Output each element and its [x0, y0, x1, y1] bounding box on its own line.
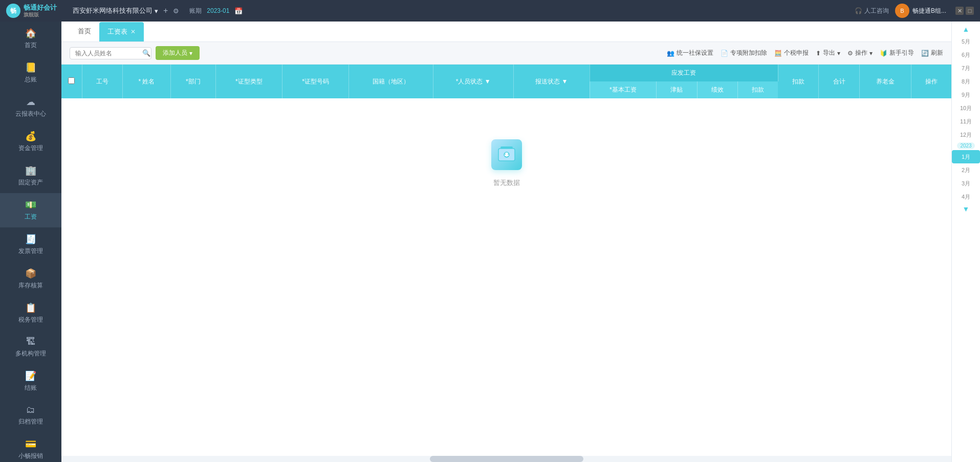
inventory-icon: 📦: [25, 268, 36, 279]
service-button[interactable]: 🎧 人工咨询: [855, 7, 889, 15]
scrollbar-thumb[interactable]: [430, 456, 583, 462]
closing-icon: 📝: [25, 370, 36, 382]
sidebar-item-fund[interactable]: 💰 资金管理: [0, 124, 61, 159]
year-down-btn[interactable]: ▼: [958, 203, 974, 215]
period-value[interactable]: 2023-01: [207, 7, 229, 14]
home-icon: 🏠: [25, 28, 36, 39]
tab-home[interactable]: 首页: [70, 22, 99, 41]
tab-home-label: 首页: [78, 27, 91, 36]
close-button[interactable]: ✕: [955, 7, 964, 15]
sidebar-label-invoice: 发票管理: [18, 247, 43, 256]
sidebar-item-expense[interactable]: 💳 小畅报销: [0, 432, 61, 462]
th-allowance: 津贴: [656, 81, 697, 98]
user-name: 畅捷通B组...: [912, 7, 946, 15]
th-staff-status[interactable]: *人员状态 ▼: [433, 65, 513, 98]
company-name: 西安虾米网络科技有限公司: [73, 6, 153, 15]
year-panel: ▲ 5月 6月 7月 8月 9月 10月 11月 12月 2023 1月 2月 …: [951, 22, 980, 462]
fund-icon: 💰: [25, 131, 36, 142]
th-performance: 绩效: [697, 81, 738, 98]
logo-icon: 畅: [6, 4, 20, 18]
archive-icon: 🗂: [26, 405, 35, 415]
header-right: 🎧 人工咨询 B 畅捷通B组... ✕ □: [855, 4, 974, 18]
avatar: B: [895, 4, 909, 18]
tab-bar: 首页 工资表 ✕: [61, 22, 951, 42]
select-all-checkbox[interactable]: [68, 77, 75, 84]
th-total: 合计: [819, 65, 860, 98]
month-7[interactable]: 7月: [952, 61, 980, 75]
cloud-icon: ☁: [26, 96, 35, 108]
user-info[interactable]: B 畅捷通B组...: [895, 4, 946, 18]
app-title: 畅通好会计: [24, 4, 57, 12]
sidebar-item-fixed-asset[interactable]: 🏢 固定资产: [0, 159, 61, 193]
guide-action-icon: 🔰: [880, 50, 887, 57]
month-9[interactable]: 9月: [952, 88, 980, 101]
fixed-asset-icon: 🏢: [25, 165, 36, 176]
tax-icon: 📋: [25, 302, 36, 313]
export-label: 导出: [823, 49, 835, 57]
svg-point-2: [504, 152, 509, 157]
guide-btn[interactable]: 🔰 新手引导: [880, 49, 914, 57]
invoice-icon: 🧾: [25, 234, 36, 245]
search-input[interactable]: [70, 47, 151, 59]
month-11[interactable]: 11月: [952, 115, 980, 128]
empty-state-row: 暂无数据: [61, 98, 951, 228]
th-checkbox[interactable]: [61, 65, 82, 98]
add-employee-button[interactable]: 添加人员 ▾: [156, 46, 200, 60]
logo-area: 畅 畅通好会计 旗舰版: [6, 4, 68, 18]
top-header: 畅 畅通好会计 旗舰版 西安虾米网络科技有限公司 ▾ + ⚙ 账期 2023-0…: [0, 0, 980, 22]
toolbar-actions: 👥 统一社保设置 📄 专项附加扣除 🧮 个税申报 ⬆ 导出 ▾: [667, 49, 943, 57]
empty-icon: [491, 139, 522, 170]
operation-icon: ⚙: [847, 50, 853, 57]
tab-close-icon[interactable]: ✕: [130, 28, 136, 35]
table-container: 工号 * 姓名 *部门 *证型类型 *证型号码 国籍（地区） *人员状态 ▼ 报…: [61, 65, 951, 456]
maximize-button[interactable]: □: [966, 7, 974, 15]
social-security-btn[interactable]: 👥 统一社保设置: [667, 49, 713, 57]
svg-point-4: [508, 154, 509, 155]
sidebar-item-closing[interactable]: 📝 结账: [0, 364, 61, 398]
individual-tax-btn[interactable]: 🧮 个税申报: [774, 49, 809, 57]
operation-btn[interactable]: ⚙ 操作 ▾: [847, 49, 873, 57]
sidebar-item-tax[interactable]: 📋 税务管理: [0, 296, 61, 330]
sidebar-item-invoice[interactable]: 🧾 发票管理: [0, 227, 61, 262]
month-2-2023[interactable]: 2月: [952, 163, 980, 177]
sidebar-item-salary[interactable]: 💵 工资: [0, 193, 61, 227]
main-content: 首页 工资表 ✕ 🔍 添加人员 ▾ 👥 统一社保设置: [61, 22, 951, 462]
month-6[interactable]: 6月: [952, 48, 980, 61]
sidebar-item-cloud-report[interactable]: ☁ 云报表中心: [0, 90, 61, 124]
settings-icon[interactable]: ⚙: [173, 7, 179, 15]
sidebar-label-multi-org: 多机构管理: [15, 349, 46, 358]
tab-salary-label: 工资表: [107, 27, 127, 36]
service-label: 人工咨询: [864, 7, 889, 15]
month-12[interactable]: 12月: [952, 128, 980, 141]
search-icon[interactable]: 🔍: [142, 49, 150, 57]
month-5[interactable]: 5月: [952, 35, 980, 48]
export-btn[interactable]: ⬆ 导出 ▾: [816, 49, 840, 57]
refresh-btn[interactable]: 🔄 刷新: [921, 49, 943, 57]
th-base-salary: *基本工资: [590, 81, 656, 98]
month-4-2023[interactable]: 4月: [952, 190, 980, 203]
scrollbar-track[interactable]: [61, 456, 951, 462]
month-1-2023[interactable]: 1月: [952, 150, 980, 163]
sidebar-item-home[interactable]: 🏠 首页: [0, 22, 61, 56]
expense-icon: 💳: [25, 438, 36, 450]
year-up-btn[interactable]: ▲: [958, 24, 974, 35]
th-report-status[interactable]: 报送状态 ▼: [513, 65, 590, 98]
ledger-icon: 📒: [25, 62, 36, 73]
add-company-icon[interactable]: +: [163, 6, 168, 15]
sidebar-item-multi-org[interactable]: 🏗 多机构管理: [0, 330, 61, 364]
add-employee-label: 添加人员: [163, 49, 187, 57]
sidebar-item-archive[interactable]: 🗂 归档管理: [0, 398, 61, 432]
sidebar-item-inventory[interactable]: 📦 库存核算: [0, 262, 61, 296]
sidebar-label-tax: 税务管理: [18, 316, 43, 324]
special-deduction-btn[interactable]: 📄 专项附加扣除: [721, 49, 767, 57]
month-10[interactable]: 10月: [952, 101, 980, 115]
month-3-2023[interactable]: 3月: [952, 177, 980, 190]
calendar-icon[interactable]: 📅: [234, 7, 243, 15]
sidebar-label-fixed-asset: 固定资产: [18, 178, 43, 187]
guide-action-label: 新手引导: [889, 49, 914, 57]
sidebar-item-ledger[interactable]: 📒 总账: [0, 56, 61, 90]
tab-salary[interactable]: 工资表 ✕: [99, 22, 144, 41]
company-selector[interactable]: 西安虾米网络科技有限公司 ▾: [73, 6, 158, 15]
month-8[interactable]: 8月: [952, 75, 980, 88]
individual-tax-label: 个税申报: [784, 49, 809, 57]
